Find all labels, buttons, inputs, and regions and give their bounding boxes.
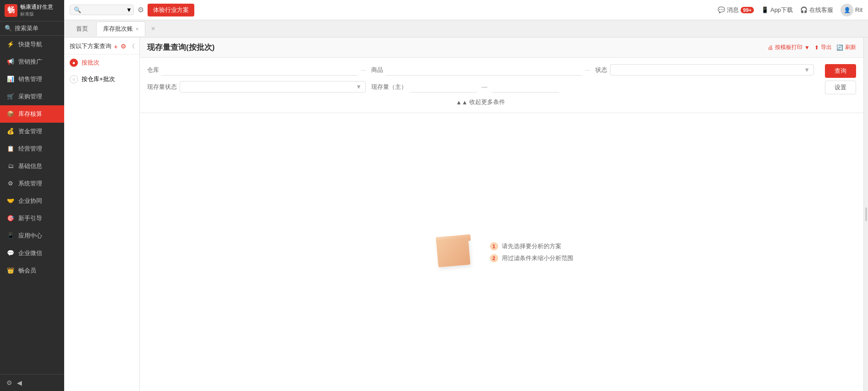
right-scrollbar-handle[interactable] — [863, 38, 868, 391]
page-header: 现存量查询(按批次) 🖨 按模板打印 ▼ ⬆ 导出 🔄 刷新 — [140, 38, 863, 58]
print-button[interactable]: 🖨 按模板打印 ▼ — [768, 43, 810, 51]
inventory-icon: 📦 — [6, 110, 15, 118]
sidebar-item-basic[interactable]: 🗂 基础信息 — [0, 157, 64, 175]
footer-collapse-icon[interactable]: ◀ — [17, 379, 22, 386]
left-panel-item-warehouse-batch[interactable]: ○ 按仓库+批次 — [64, 71, 139, 87]
messages-button[interactable]: 💬 消息 99+ — [718, 6, 754, 14]
export-button[interactable]: ⬆ 导出 — [814, 43, 832, 51]
topbar-search-icon: 🔍 — [74, 6, 81, 13]
warehouse-dots[interactable]: ··· — [361, 66, 366, 73]
settings-button[interactable]: 设置 — [825, 81, 856, 94]
sidebar-item-system[interactable]: ⚙ 系统管理 — [0, 175, 64, 192]
app-center-icon: 📱 — [6, 232, 15, 240]
hint-text-1: 请先选择要分析的方案 — [502, 242, 561, 250]
active-tab-label: 库存批次账 — [103, 25, 133, 33]
hint-num-1: 1 — [490, 242, 498, 250]
batch-label: 按批次 — [82, 59, 99, 67]
page-title: 现存量查询(按批次) — [147, 42, 214, 53]
sidebar-item-marketing[interactable]: 📢 营销推广 — [0, 53, 64, 71]
topbar-right: 💬 消息 99+ 📱 App下载 🎧 在线客服 👤 Rit — [718, 4, 863, 16]
product-input[interactable] — [386, 65, 582, 76]
industry-solution-button[interactable]: 体验行业方案 — [148, 4, 194, 16]
status-select[interactable]: ▼ — [610, 64, 814, 76]
sidebar-item-label: 企业微信 — [18, 249, 42, 257]
app-download-button[interactable]: 📱 App下载 — [761, 6, 793, 14]
topbar-search-dropdown-icon[interactable]: ▼ — [126, 6, 132, 13]
sidebar-item-label: 采购管理 — [18, 92, 42, 101]
status-select-arrow: ▼ — [804, 66, 810, 73]
query-button[interactable]: 查询 — [825, 64, 856, 78]
sidebar-item-label: 快捷导航 — [18, 40, 42, 49]
tab-close-icon[interactable]: × — [136, 26, 138, 32]
topbar-search-input[interactable] — [83, 7, 124, 13]
messages-icon: 💬 — [718, 6, 725, 13]
sidebar-item-inventory[interactable]: 📦 库存核算 — [0, 105, 64, 123]
left-panel-collapse-icon[interactable]: 《 — [129, 43, 135, 50]
collapse-button[interactable]: ▲▲ 收起更多条件 — [456, 98, 505, 106]
system-icon: ⚙ — [6, 179, 15, 188]
export-label: 导出 — [821, 43, 832, 51]
sidebar-item-enterprise-wechat[interactable]: 💬 企业微信 — [0, 244, 64, 262]
newbie-icon: 🎯 — [6, 214, 15, 223]
tab-bar-close-icon[interactable]: × — [151, 25, 155, 33]
hint-item-1: 1 请先选择要分析的方案 — [490, 242, 573, 250]
hint-text-2: 用过滤条件来缩小分析范围 — [502, 254, 573, 262]
sidebar-item-label: 营销推广 — [18, 58, 42, 66]
sidebar-item-label: 新手引导 — [18, 214, 42, 223]
sidebar-item-cooperation[interactable]: 🤝 企业协同 — [0, 192, 64, 210]
refresh-label: 刷新 — [845, 43, 856, 51]
inventory-qty-max[interactable] — [492, 81, 559, 92]
page-header-actions: 🖨 按模板打印 ▼ ⬆ 导出 🔄 刷新 — [768, 43, 856, 51]
sidebar-item-label: 销售管理 — [18, 75, 42, 83]
quick-nav-icon: ⚡ — [6, 40, 15, 49]
sidebar-header: 畅 畅康通好生意 标准版 — [0, 0, 64, 22]
empty-hints: 1 请先选择要分析的方案 2 用过滤条件来缩小分析范围 — [490, 242, 573, 262]
filter-inventory-status: 现存量状态 ▼ — [147, 81, 366, 92]
filter-warehouse: 仓库 ··· — [147, 65, 366, 76]
online-service-label: 在线客服 — [809, 6, 833, 14]
sidebar-item-label: 系统管理 — [18, 179, 42, 188]
sidebar-footer: ⚙ ◀ — [0, 374, 64, 391]
tab-home[interactable]: 首页 — [70, 22, 94, 36]
sidebar-item-finance[interactable]: 💰 资金管理 — [0, 123, 64, 140]
sidebar-item-newbie[interactable]: 🎯 新手引导 — [0, 210, 64, 227]
left-panel-header: 按以下方案查询 + ⚙ 《 — [64, 38, 139, 54]
left-panel-add-icon[interactable]: + — [114, 43, 118, 50]
empty-illustration — [430, 229, 476, 275]
sidebar-item-label: 畅会员 — [18, 266, 36, 275]
sidebar-item-member[interactable]: 👑 畅会员 — [0, 262, 64, 279]
messages-badge: 99+ — [741, 7, 754, 13]
warehouse-batch-icon: ○ — [70, 75, 78, 83]
sidebar-item-sales[interactable]: 📊 销售管理 — [0, 71, 64, 88]
online-service-button[interactable]: 🎧 在线客服 — [800, 6, 833, 14]
warehouse-label: 仓库 — [147, 66, 159, 74]
left-panel-settings-icon[interactable]: ⚙ — [121, 43, 126, 50]
sidebar-item-app-center[interactable]: 📱 应用中心 — [0, 227, 64, 244]
topbar-settings-icon[interactable]: ⚙ — [137, 5, 144, 14]
sidebar-item-quick-nav[interactable]: ⚡ 快捷导航 — [0, 36, 64, 53]
topbar-left: 🔍 ▼ ⚙ 体验行业方案 — [70, 4, 714, 16]
inventory-status-select[interactable]: ▼ — [180, 81, 366, 92]
sidebar-item-business[interactable]: 📋 经营管理 — [0, 140, 64, 157]
topbar-search-box[interactable]: 🔍 ▼ — [70, 5, 134, 15]
marketing-icon: 📢 — [6, 58, 15, 66]
filter-row-1: 仓库 ··· 商品 ··· 状态 — [147, 64, 814, 76]
topbar: 🔍 ▼ ⚙ 体验行业方案 💬 消息 99+ 📱 App下载 🎧 在线客服 — [64, 0, 868, 20]
sidebar-search-menu[interactable]: 🔍 搜索菜单 — [0, 22, 64, 36]
left-panel-header-actions: + ⚙ 《 — [114, 43, 135, 50]
footer-settings-icon[interactable]: ⚙ — [6, 379, 12, 386]
sidebar-item-purchase[interactable]: 🛒 采购管理 — [0, 88, 64, 105]
basic-icon: 🗂 — [6, 162, 15, 170]
tab-inventory-batch[interactable]: 库存批次账 × — [96, 22, 145, 36]
refresh-button[interactable]: 🔄 刷新 — [836, 43, 856, 51]
app-logo: 畅 — [5, 4, 17, 17]
warehouse-input[interactable] — [162, 65, 358, 76]
print-dropdown-icon[interactable]: ▼ — [804, 44, 810, 51]
inventory-qty-min[interactable] — [410, 81, 477, 92]
left-panel-item-batch[interactable]: ● 按批次 — [64, 54, 139, 71]
product-dots[interactable]: ··· — [585, 66, 590, 73]
handle-dot — [865, 207, 867, 221]
user-profile-button[interactable]: 👤 Rit — [841, 4, 863, 16]
warehouse-batch-label: 按仓库+批次 — [82, 75, 115, 83]
filter-inventory-qty: 现存量（主） — — [371, 81, 590, 92]
